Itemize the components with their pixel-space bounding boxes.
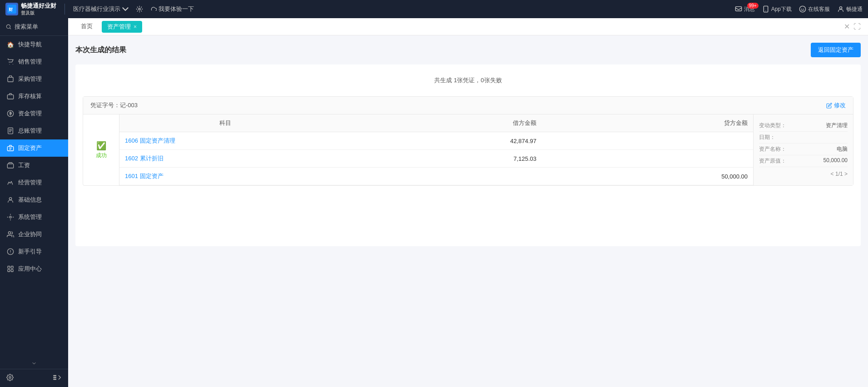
topbar-right: 消息 99+ App下载 在线客服 畅捷通 xyxy=(735,5,863,13)
gear-icon xyxy=(136,5,143,13)
account-link-3[interactable]: 1601 固定资产 xyxy=(125,173,164,179)
row2-account: 1602 累计折旧 xyxy=(119,150,331,168)
sidebar-item-sales[interactable]: 销售管理 xyxy=(0,53,68,70)
sidebar-item-quick-nav[interactable]: 🏠 快捷导航 xyxy=(0,36,68,53)
row2-credit xyxy=(542,150,753,168)
online-service-button[interactable]: 在线客服 xyxy=(799,5,830,13)
sidebar-item-operations[interactable]: 经营管理 xyxy=(0,174,68,191)
svg-point-11 xyxy=(9,64,10,64)
account-link-2[interactable]: 1602 累计折旧 xyxy=(125,155,164,162)
next-page-btn[interactable]: > xyxy=(844,171,848,177)
voucher-table-container: 科目 借方金额 贷方金额 1606 固定资产清理 xyxy=(119,114,753,185)
result-summary: 共生成 1张凭证，0张失败 xyxy=(83,72,853,89)
svg-text:财: 财 xyxy=(8,7,13,12)
user-name: 畅捷通 xyxy=(846,5,863,13)
voucher-card: 凭证字号：记-003 修改 ✅ 成功 xyxy=(83,96,853,186)
page-header: 本次生成的结果 返回固定资产 xyxy=(75,43,861,57)
voucher-number: 凭证字号：记-003 xyxy=(90,101,138,109)
tab-home[interactable]: 首页 xyxy=(75,19,98,35)
tab-asset-mgmt-label: 资产管理 xyxy=(107,23,131,31)
return-button[interactable]: 返回固定资产 xyxy=(811,43,861,57)
logo-svg: 财 xyxy=(7,5,16,14)
sidebar-collapse-button[interactable] xyxy=(53,374,62,382)
change-type-value: 资产清理 xyxy=(826,122,848,129)
asset-name-label: 资产名称： xyxy=(759,145,786,153)
divider xyxy=(64,4,65,15)
settings-button[interactable] xyxy=(133,3,146,15)
sidebar: 搜索菜单 🏠 快捷导航 销售管理 采购管理 库存核算 xyxy=(0,18,68,387)
sidebar-item-purchase[interactable]: 采购管理 xyxy=(0,70,68,88)
scroll-down-icon xyxy=(31,361,37,366)
svg-point-9 xyxy=(839,7,842,9)
svg-point-7 xyxy=(801,8,802,9)
panel-close-button[interactable]: ✕ xyxy=(844,22,850,31)
sidebar-item-salary[interactable]: 工资 xyxy=(0,157,68,174)
sidebar-label-operations: 经营管理 xyxy=(18,179,42,187)
topbar: 财 畅捷通好业财 普及版 医疗器械行业演示 我要体验一下 消息 99+ xyxy=(0,0,868,18)
svg-rect-28 xyxy=(53,377,56,378)
tab-asset-mgmt[interactable]: 资产管理 × xyxy=(102,21,142,33)
sidebar-search[interactable]: 搜索菜单 xyxy=(0,18,68,36)
row3-debit xyxy=(331,168,542,185)
sidebar-label-app-center: 应用中心 xyxy=(18,265,42,273)
content-area: 首页 资产管理 × ✕ ⛶ 本次生成的结果 返回固定资产 共生成 1张凭证，0张… xyxy=(68,18,868,387)
sidebar-label-system: 系统管理 xyxy=(18,213,42,221)
svg-rect-29 xyxy=(53,379,56,380)
status-column: ✅ 成功 xyxy=(83,114,119,185)
table-header-row: 科目 借方金额 贷方金额 xyxy=(119,114,753,132)
tab-home-label: 首页 xyxy=(81,23,93,30)
tab-bar: 首页 资产管理 × ✕ ⛶ xyxy=(68,18,868,35)
sidebar-item-enterprise[interactable]: 企业协同 xyxy=(0,226,68,243)
sidebar-label-fixed-assets: 固定资产 xyxy=(18,144,42,152)
sidebar-label-basic-info: 基础信息 xyxy=(18,196,42,204)
sidebar-item-inventory[interactable]: 库存核算 xyxy=(0,88,68,105)
svg-point-8 xyxy=(803,8,804,9)
fixed-assets-icon xyxy=(6,144,15,152)
page-title: 本次生成的结果 xyxy=(75,45,126,55)
svg-point-26 xyxy=(9,377,11,378)
asset-value-value: 50,000.00 xyxy=(823,157,848,165)
sidebar-item-basic-info[interactable]: 基础信息 xyxy=(0,191,68,208)
asset-value-row: 资产原值： 50,000.00 xyxy=(759,155,848,167)
sidebar-scroll-area xyxy=(0,358,68,369)
row2-debit: 7,125.03 xyxy=(331,150,542,168)
sidebar-label-ledger: 总账管理 xyxy=(18,127,42,135)
sales-icon xyxy=(6,58,15,66)
chevron-down-icon xyxy=(122,6,129,12)
prev-page-btn[interactable]: < xyxy=(831,171,834,177)
company-selector[interactable]: 医疗器械行业演示 xyxy=(73,5,129,13)
topbar-left: 财 畅捷通好业财 普及版 医疗器械行业演示 我要体验一下 xyxy=(5,2,194,16)
app-download-button[interactable]: App下载 xyxy=(762,5,792,13)
svg-point-2 xyxy=(139,8,140,10)
success-label: 成功 xyxy=(96,152,107,159)
sidebar-item-fixed-assets[interactable]: 固定资产 xyxy=(0,139,68,157)
message-icon xyxy=(735,5,742,13)
company-name: 医疗器械行业演示 xyxy=(73,5,120,13)
voucher-edit-button[interactable]: 修改 xyxy=(826,101,846,109)
svg-point-18 xyxy=(9,198,11,200)
sidebar-item-system[interactable]: 系统管理 xyxy=(0,208,68,226)
experience-button[interactable]: 我要体验一下 xyxy=(150,5,194,13)
svg-rect-14 xyxy=(7,95,13,99)
account-link-1[interactable]: 1606 固定资产清理 xyxy=(125,137,175,144)
sidebar-item-ledger[interactable]: 总账管理 xyxy=(0,122,68,139)
svg-rect-13 xyxy=(8,77,13,82)
change-type-label: 变动类型： xyxy=(759,122,786,129)
panel-expand-button[interactable]: ⛶ xyxy=(853,23,861,31)
sidebar-label-funds: 资金管理 xyxy=(18,109,42,118)
user-button[interactable]: 畅捷通 xyxy=(837,5,863,13)
sidebar-settings-button[interactable] xyxy=(6,374,14,382)
message-button[interactable]: 消息 99+ xyxy=(735,5,755,13)
svg-rect-17 xyxy=(7,147,13,151)
pagination-text: 1/1 xyxy=(835,171,844,177)
online-service-label: 在线客服 xyxy=(808,5,830,13)
tab-close-icon[interactable]: × xyxy=(134,24,137,30)
side-panel-pagination: < 1/1 > xyxy=(759,171,848,177)
sidebar-item-guide[interactable]: 新手引导 xyxy=(0,243,68,260)
sidebar-item-app-center[interactable]: 应用中心 xyxy=(0,260,68,278)
app-logo: 财 畅捷通好业财 普及版 xyxy=(5,2,56,16)
inventory-icon xyxy=(6,92,15,100)
sidebar-item-funds[interactable]: 资金管理 xyxy=(0,105,68,122)
search-icon xyxy=(5,24,12,30)
operations-icon xyxy=(6,179,15,187)
